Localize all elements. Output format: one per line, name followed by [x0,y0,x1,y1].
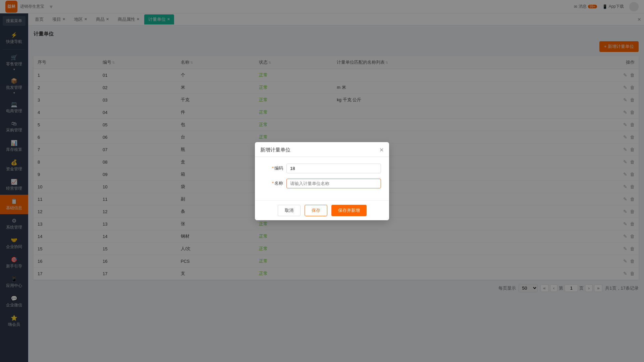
name-input[interactable] [286,179,381,188]
modal-close-btn[interactable]: ✕ [379,147,384,153]
name-label: *名称 [263,180,283,186]
cancel-button[interactable]: 取消 [278,205,301,216]
code-label: *编码 [263,165,283,171]
form-row-name: *名称 [263,179,381,188]
modal-title: 新增计量单位 [260,147,290,153]
modal-overlay[interactable]: 新增计量单位 ✕ *编码 *名称 取消 保存 保存并新增 [0,0,644,362]
modal-footer: 取消 保存 保存并新增 [255,200,389,220]
modal-body: *编码 *名称 [255,157,389,200]
modal-header: 新增计量单位 ✕ [255,142,389,157]
modal: 新增计量单位 ✕ *编码 *名称 取消 保存 保存并新增 [255,142,389,220]
code-input[interactable] [286,164,381,173]
save-button[interactable]: 保存 [305,205,327,216]
form-row-code: *编码 [263,164,381,173]
save-new-button[interactable]: 保存并新增 [331,205,367,216]
